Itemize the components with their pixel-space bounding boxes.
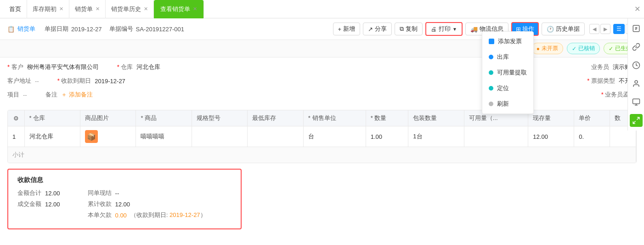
history-button[interactable]: 🕐 历史单据 — [542, 23, 585, 35]
col-min-stock: 最低库存 — [248, 110, 303, 126]
row-unit: 台 — [303, 126, 366, 147]
add-remark-button[interactable]: ＋ 添加备注 — [61, 91, 93, 99]
doc-meta: 单据日期 2019-12-27 单据编号 SA-20191227-001 — [45, 25, 184, 33]
warehouse-label: 仓库 — [117, 63, 133, 71]
dropdown-locate[interactable]: 定位 — [482, 80, 533, 96]
toolbar: 📱 来自手机 ● 未开票 ✓ 已核销 ✓ 已生效 — [0, 40, 644, 57]
remark-label: 备注 — [45, 91, 57, 99]
doc-date-label: 单据日期 — [45, 25, 68, 33]
add-invoice-label: 添加发票 — [498, 37, 522, 46]
logistics-icon: 🚚 — [470, 26, 478, 33]
subtotal-row: 小计 — [8, 147, 636, 163]
tab-sales-history[interactable]: 销货单历史 ✕ — [106, 0, 154, 18]
tab-sales-order-close[interactable]: ✕ — [96, 6, 100, 12]
new-icon: + — [338, 26, 342, 33]
list-view-toggle[interactable]: ☰ — [613, 24, 625, 34]
new-label: 新增 — [343, 25, 355, 33]
project-field: 项目 -- — [7, 91, 27, 99]
sidebar-icon-1[interactable] — [630, 22, 643, 35]
share-icon: ↗ — [368, 26, 373, 33]
doc-icon: 📋 — [7, 26, 15, 33]
table-header-row: ⚙ * 仓库 商品图片 * 商品 规格型号 最低库存 * 销售单位 * 数量 包… — [8, 110, 636, 126]
address-value: -- — [35, 78, 39, 85]
right-sidebar — [627, 18, 644, 131]
refresh-icon — [489, 102, 493, 106]
form-row-1: 客户 柳州粤港平安气体有限公司 仓库 河北仓库 业务员 演示账号 — [7, 63, 637, 71]
row-min-stock — [248, 126, 303, 147]
tab-inventory-close[interactable]: ✕ — [59, 6, 63, 12]
remark-field: 备注 ＋ 添加备注 — [45, 91, 93, 99]
product-table: ⚙ * 仓库 商品图片 * 商品 规格型号 最低库存 * 销售单位 * 数量 包… — [8, 110, 636, 163]
prev-record-button[interactable]: ◀ — [589, 24, 599, 34]
row-quantity: 1.00 — [366, 126, 408, 147]
address-field: 客户地址 -- — [7, 77, 39, 85]
cumulative-value: 12.00 — [115, 201, 130, 208]
invoice-icon: ● — [537, 46, 540, 52]
transaction-amount-value: 12.00 — [45, 201, 60, 208]
copy-label: 复制 — [406, 25, 418, 33]
current-due-value: 0.00 — [115, 212, 127, 219]
ticket-type-label: 票据类型 — [587, 77, 615, 85]
sidebar-icon-3[interactable] — [630, 59, 643, 72]
sidebar-icon-5[interactable] — [630, 96, 643, 108]
transaction-amount-label: 成交金额 — [17, 200, 41, 208]
outbound-icon — [489, 55, 493, 59]
window-close-button[interactable]: ✕ — [634, 5, 640, 13]
transaction-amount-field: 成交金额 12.00 — [17, 200, 60, 208]
tab-view-sales[interactable]: 查看销货单 ✕ — [154, 0, 204, 18]
confirm-badge[interactable]: ✓ 已核销 — [567, 43, 600, 54]
nav-arrows: ◀ ▶ — [589, 24, 610, 34]
sidebar-icon-4[interactable] — [630, 77, 643, 90]
copy-button[interactable]: ⧉ 复制 — [395, 23, 423, 35]
tab-home[interactable]: 首页 — [4, 0, 27, 18]
locate-label: 定位 — [497, 84, 509, 92]
staff-label: 业务员 — [591, 63, 609, 71]
col-settings[interactable]: ⚙ — [8, 110, 24, 126]
not-open-badge[interactable]: ● 未开票 — [531, 43, 563, 54]
payment-info-title: 收款信息 — [17, 176, 232, 184]
payment-date-field: 收款到期日 2019-12-27 — [57, 77, 125, 85]
history-label: 历史单据 — [556, 25, 580, 33]
row-spec — [192, 126, 247, 147]
check-icon: ✓ — [572, 46, 576, 52]
new-button[interactable]: + 新增 — [333, 23, 361, 35]
tab-bar: 首页 库存期初 ✕ 销货单 ✕ 销货单历史 ✕ 查看销货单 ✕ ✕ — [0, 0, 644, 18]
current-due-label: 本单欠款 — [88, 211, 112, 219]
dropdown-add-invoice[interactable]: 添加发票 — [482, 34, 533, 49]
project-value: -- — [23, 91, 27, 98]
print-label: 打印 — [439, 25, 451, 33]
product-table-container: ⚙ * 仓库 商品图片 * 商品 规格型号 最低库存 * 销售单位 * 数量 包… — [7, 110, 637, 163]
dropdown-available-pickup[interactable]: 可用量提取 — [482, 65, 533, 80]
same-order-value: -- — [115, 190, 119, 197]
print-button[interactable]: 🖨 打印 ▼ — [425, 22, 463, 36]
address-label: 客户地址 — [7, 77, 31, 85]
form-row-2: 客户地址 -- 收款到期日 2019-12-27 票据类型 不开票 — [7, 77, 637, 85]
tab-inventory-init[interactable]: 库存期初 ✕ — [27, 0, 69, 18]
same-order-field: 同单现结 -- — [88, 189, 119, 197]
outbound-label: 出库 — [497, 53, 509, 61]
col-unit-price: 单价 — [574, 110, 610, 126]
share-button[interactable]: ↗ 分享 — [363, 23, 392, 35]
sidebar-icon-expand[interactable] — [630, 114, 643, 127]
tab-sales-history-label: 销货单历史 — [111, 5, 141, 13]
doc-title: 📋 销货单 — [7, 25, 35, 33]
svg-line-5 — [633, 121, 635, 124]
dropdown-outbound[interactable]: 出库 — [482, 49, 533, 65]
locate-icon — [489, 86, 493, 91]
form-area: 客户 柳州粤港平安气体有限公司 仓库 河北仓库 业务员 演示账号 客户地址 -- — [0, 57, 644, 110]
sidebar-icon-2[interactable] — [630, 40, 643, 53]
due-date-label: 收款到期日 — [136, 211, 166, 218]
share-label: 分享 — [375, 25, 387, 33]
tab-sales-order[interactable]: 销货单 ✕ — [69, 0, 106, 18]
warehouse-field: 仓库 河北仓库 — [117, 63, 161, 71]
doc-header: 📋 销货单 单据日期 2019-12-27 单据编号 SA-20191227-0… — [0, 18, 644, 40]
dropdown-refresh[interactable]: 刷新 — [482, 96, 533, 112]
not-open-label: 未开票 — [542, 45, 558, 52]
row-product-name: 嘻嘻嘻嘻 — [136, 126, 192, 147]
staff2-label: 业务员孟 — [601, 91, 629, 99]
tab-sales-history-close[interactable]: ✕ — [144, 6, 148, 12]
product-image: 📦 — [85, 130, 98, 143]
add-remark-label: 添加备注 — [69, 91, 93, 99]
tab-view-sales-close[interactable]: ✕ — [193, 6, 197, 12]
next-record-button[interactable]: ▶ — [600, 24, 610, 34]
